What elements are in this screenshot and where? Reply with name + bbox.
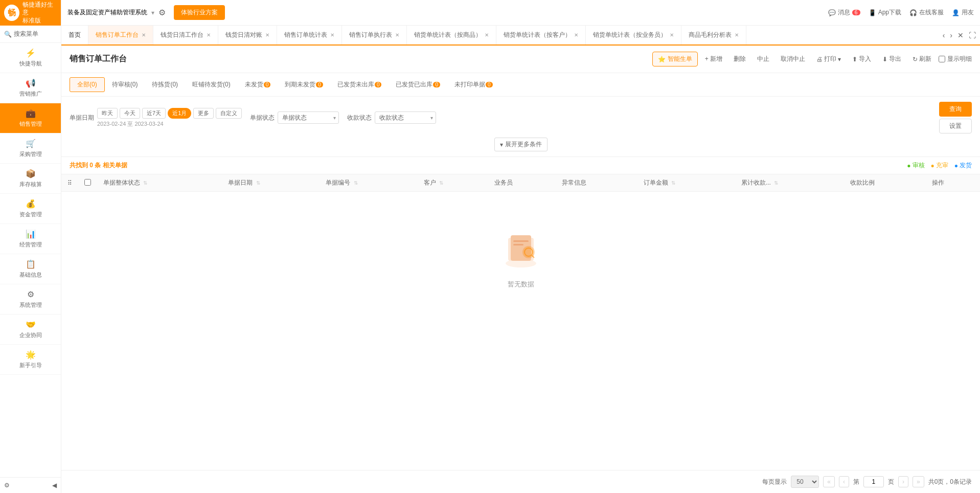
logo-text: 畅捷通好生意 标准版 xyxy=(22,1,57,25)
th-checkbox[interactable] xyxy=(78,174,97,192)
quick-ship-btn[interactable]: ● 发货 xyxy=(954,161,972,170)
message-item[interactable]: 💬 消息 6 xyxy=(828,8,860,17)
show-detail-checkbox[interactable] xyxy=(939,56,945,62)
th-ratio: 收款比例 xyxy=(844,174,925,192)
sidebar-search[interactable]: 🔍 搜索菜单 xyxy=(0,26,61,43)
date-btn-today[interactable]: 今天 xyxy=(120,108,140,119)
sidebar-item-system[interactable]: ⚙ 系统管理 xyxy=(0,284,61,315)
sidebar-item-operation[interactable]: 📊 经营管理 xyxy=(0,224,61,254)
sub-tab-pending-inspection[interactable]: 待拣货(0) xyxy=(145,78,185,92)
print-icon: 🖨 xyxy=(816,56,823,63)
sidebar-item-purchase[interactable]: 🛒 采购管理 xyxy=(0,133,61,164)
sub-tab-shipped-out[interactable]: 已发货已出库0 xyxy=(389,78,447,92)
import-btn[interactable]: ⬆ 导入 xyxy=(848,53,875,65)
filter-payment-wrap: 收款状态 xyxy=(375,111,436,124)
tab-sales-stat-staff[interactable]: 销货单统计表（按业务员） ✕ xyxy=(586,26,681,44)
sub-tab-shipped-not-out[interactable]: 已发货未出库0 xyxy=(330,78,389,92)
sub-tab-not-shipped[interactable]: 未发货0 xyxy=(238,78,278,92)
tab-close-sales-order-workbench[interactable]: ✕ xyxy=(142,32,146,38)
tab-prev-btn[interactable]: ‹ xyxy=(941,29,947,41)
page-input[interactable] xyxy=(863,476,884,487)
select-all-checkbox[interactable] xyxy=(84,179,91,186)
sort-icon-customer[interactable]: ⇅ xyxy=(439,180,443,186)
export-btn[interactable]: ⬇ 导出 xyxy=(878,53,905,65)
tab-home[interactable]: 首页 xyxy=(61,26,88,44)
sub-tab-all[interactable]: 全部(0) xyxy=(70,77,105,92)
footer-settings-icon[interactable]: ⚙ xyxy=(4,482,10,489)
sub-tab-not-printed[interactable]: 未打印单据0 xyxy=(447,78,500,92)
print-btn[interactable]: 🖨 打印 ▾ xyxy=(812,53,845,65)
date-btn-more[interactable]: 更多 xyxy=(193,108,214,119)
sort-icon-date[interactable]: ⇅ xyxy=(256,180,260,186)
cancel-stop-btn[interactable]: 取消中止 xyxy=(777,53,809,65)
tab-close-sales-stat-customer[interactable]: ✕ xyxy=(574,32,578,38)
online-service-item[interactable]: 🎧 在线客服 xyxy=(909,8,944,17)
tab-close-sales-order-exec[interactable]: ✕ xyxy=(395,32,399,38)
filter-payment-select[interactable]: 收款状态 xyxy=(375,111,436,124)
tab-cash-daily-workbench[interactable]: 钱货日清工作台 ✕ xyxy=(153,26,218,44)
tab-product-margin[interactable]: 商品毛利分析表 ✕ xyxy=(681,26,746,44)
sidebar-item-finance[interactable]: 💰 资金管理 xyxy=(0,194,61,224)
expand-more-btn[interactable]: ▾ 展开更多条件 xyxy=(494,138,548,151)
search-icon: 🔍 xyxy=(4,31,12,38)
tab-expand-btn[interactable]: ⛶ xyxy=(967,29,978,41)
footer-collapse-icon[interactable]: ◀ xyxy=(52,482,57,489)
sort-icon-collected[interactable]: ⇅ xyxy=(774,180,778,186)
tab-close-product-margin[interactable]: ✕ xyxy=(735,32,739,38)
smart-create-btn[interactable]: ⭐ 智能生单 xyxy=(652,52,698,66)
tab-close-cash-reconcile[interactable]: ✕ xyxy=(265,32,269,38)
date-btn-custom[interactable]: 自定义 xyxy=(216,108,242,119)
tab-next-btn[interactable]: › xyxy=(948,29,954,41)
page-end-label: 页 xyxy=(888,478,894,486)
filter-status-select[interactable]: 单据状态 xyxy=(278,111,339,124)
tab-close-sales-stat-staff[interactable]: ✕ xyxy=(670,32,674,38)
stop-btn[interactable]: 中止 xyxy=(753,53,773,65)
quick-anti-audit-btn[interactable]: ● 充审 xyxy=(931,161,948,170)
sidebar-item-quick-nav[interactable]: ⚡ 快捷导航 xyxy=(0,43,61,73)
set-btn[interactable]: 设置 xyxy=(939,119,972,133)
delete-btn[interactable]: 删除 xyxy=(730,53,750,65)
sidebar-item-sales[interactable]: 💼 销售管理 xyxy=(0,103,61,133)
app-download-item[interactable]: 📱 App下载 xyxy=(869,8,901,17)
query-btn[interactable]: 查询 xyxy=(939,102,972,117)
tab-cash-reconcile[interactable]: 钱货日清对账 ✕ xyxy=(218,26,277,44)
print-dropdown-icon: ▾ xyxy=(838,56,841,63)
add-btn[interactable]: + 新增 xyxy=(701,53,726,65)
tab-sales-order-stat[interactable]: 销售订单统计表 ✕ xyxy=(277,26,342,44)
topbar-settings-icon[interactable]: ⚙ xyxy=(158,8,166,17)
page-size-select[interactable]: 50 10 20 100 xyxy=(791,476,819,488)
refresh-btn[interactable]: ↻ 刷新 xyxy=(908,53,936,65)
industry-btn[interactable]: 体验行业方案 xyxy=(174,5,225,20)
sidebar-item-guide[interactable]: 🌟 新手引导 xyxy=(0,345,61,375)
sidebar-item-marketing[interactable]: 📢 营销推广 xyxy=(0,73,61,103)
tab-close-sales-stat-product[interactable]: ✕ xyxy=(485,32,489,38)
tab-close-all-btn[interactable]: ✕ xyxy=(955,29,966,41)
sort-icon-status[interactable]: ⇅ xyxy=(143,180,147,186)
show-detail-label[interactable]: 显示明细 xyxy=(939,55,972,63)
sub-tab-wangpu-pending-ship[interactable]: 旺铺待发货(0) xyxy=(185,78,238,92)
tab-sales-order-workbench[interactable]: 销售订单工作台 ✕ xyxy=(88,26,153,46)
tab-close-cash-daily-workbench[interactable]: ✕ xyxy=(207,32,211,38)
tab-sales-stat-customer[interactable]: 销货单统计表（按客户） ✕ xyxy=(496,26,586,44)
table-quick-actions: ● 审核 ● 充审 ● 发货 xyxy=(907,161,972,170)
page-first-btn[interactable]: « xyxy=(823,476,835,487)
page-next-btn[interactable]: › xyxy=(898,476,908,487)
page-prev-btn[interactable]: ‹ xyxy=(839,476,849,487)
sub-tab-expired-not-shipped[interactable]: 到期未发货0 xyxy=(278,78,330,92)
page-last-btn[interactable]: » xyxy=(913,476,924,487)
tab-close-sales-order-stat[interactable]: ✕ xyxy=(330,32,334,38)
topbar-dropdown-icon[interactable]: ▾ xyxy=(151,9,154,16)
sort-icon-amount[interactable]: ⇅ xyxy=(671,180,675,186)
tab-sales-stat-product[interactable]: 销货单统计表（按商品） ✕ xyxy=(407,26,496,44)
sort-icon-number[interactable]: ⇅ xyxy=(354,180,358,186)
quick-audit-btn[interactable]: ● 审核 xyxy=(907,161,924,170)
tab-sales-order-exec[interactable]: 销售订单执行表 ✕ xyxy=(342,26,407,44)
date-btn-yesterday[interactable]: 昨天 xyxy=(97,108,118,119)
sidebar-item-base[interactable]: 📋 基础信息 xyxy=(0,254,61,284)
date-btn-7days[interactable]: 近7天 xyxy=(142,108,166,119)
sidebar-item-inventory[interactable]: 📦 库存核算 xyxy=(0,164,61,194)
sidebar-item-cooperation[interactable]: 🤝 企业协同 xyxy=(0,315,61,345)
date-btn-1month[interactable]: 近1月 xyxy=(168,108,191,119)
sub-tab-pending-review[interactable]: 待审核(0) xyxy=(105,78,145,92)
user-item[interactable]: 👤 用友 xyxy=(952,8,974,17)
